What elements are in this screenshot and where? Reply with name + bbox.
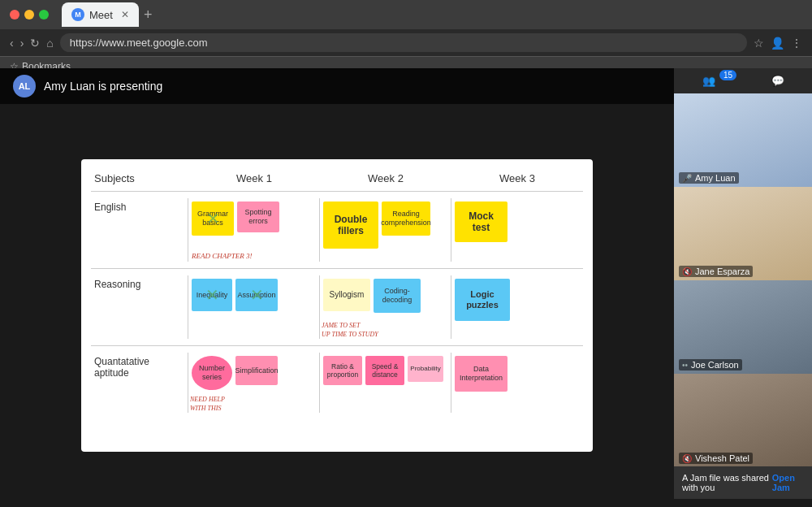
sticky-speed: Speed &distance <box>365 356 404 385</box>
whiteboard-header: Subjects Week 1 Week 2 Week 3 <box>91 169 583 188</box>
sticky-inequality: Inequality <box>192 279 232 311</box>
participant-videos: 🎤 Amy Luan 🔇 Jane Esparza <box>674 93 812 467</box>
row-label-reasoning: Reasoning <box>91 275 188 339</box>
annotation-study: JAME TO SETUP TIME TO STUDY <box>322 322 378 339</box>
table-row: Quantatative aptitude Numberseries Simpl… <box>91 346 583 419</box>
sticky-simplification: Simplification <box>235 356 278 385</box>
minimize-window-button[interactable] <box>24 10 34 20</box>
open-jam-button[interactable]: Open Jam <box>772 473 804 492</box>
home-button[interactable]: ⌂ <box>46 37 53 50</box>
traffic-lights <box>10 10 49 20</box>
jane-mic-indicator: 🔇 <box>682 267 692 276</box>
sticky-mock-test: Mocktest <box>455 202 508 242</box>
reasoning-week3: Logicpuzzles <box>451 275 583 339</box>
bookmark-star-icon[interactable]: ☆ <box>754 37 764 50</box>
address-bar: ‹ › ↻ ⌂ https://www.meet.google.com ☆ 👤 … <box>0 29 812 57</box>
url-bar[interactable]: https://www.meet.google.com <box>60 33 747 52</box>
participant-count: 15 <box>719 70 736 80</box>
col-week2: Week 2 <box>320 169 451 188</box>
sticky-syllogism: Syllogism <box>323 279 370 311</box>
row-label-english: English <box>91 198 188 262</box>
sticky-logic: Logicpuzzles <box>455 279 510 321</box>
jam-text: A Jam file was shared with you <box>682 473 772 492</box>
sidebar-tabs: 👥 15 💬 <box>674 68 812 93</box>
sticky-spotting: Spottingerrors <box>237 202 279 232</box>
sticky-reading: Readingcomprehension <box>382 202 430 236</box>
tab-close-button[interactable]: ✕ <box>121 9 129 20</box>
jane-name-label: 🔇 Jane Esparza <box>679 266 753 277</box>
sticky-number-series: Numberseries <box>192 356 232 390</box>
tab-bar: M Meet ✕ + <box>55 1 802 28</box>
video-tile-amy: 🎤 Amy Luan <box>674 93 812 187</box>
people-icon: 👥 <box>702 75 715 87</box>
jam-notification: A Jam file was shared with you Open Jam <box>674 466 812 499</box>
reasoning-week2: Syllogism Coding-decoding JAME TO SETUP … <box>320 275 451 339</box>
chat-tab[interactable]: 💬 <box>743 68 812 93</box>
english-week2: Doublefillers Readingcomprehension <box>320 198 451 262</box>
sticky-data-interp: DataInterpretation <box>455 356 508 392</box>
title-bar: M Meet ✕ + <box>0 0 812 29</box>
video-tile-vishesh: 🔇 Vishesh Patel <box>674 374 812 467</box>
profile-icon[interactable]: 👤 <box>771 37 784 50</box>
col-week1: Week 1 <box>188 169 320 188</box>
presentation-area: AL Amy Luan is presenting Subjects Week … <box>0 68 674 507</box>
row-label-quant: Quantatative aptitude <box>91 353 188 413</box>
joe-name-label: •• Joe Carlson <box>679 359 742 370</box>
annotation-help: NEED HELPWITH THIS <box>190 396 225 413</box>
english-week3: Mocktest <box>451 198 583 262</box>
whiteboard: Subjects Week 1 Week 2 Week 3 English Gr… <box>81 159 593 452</box>
tab-title: Meet <box>89 9 113 21</box>
reasoning-week1: Inequality Assumption <box>188 275 320 339</box>
vishesh-mic-indicator: 🔇 <box>682 454 692 463</box>
annotation-chapter: READ CHAPTER 3! <box>192 252 253 260</box>
sticky-double-fillers: Doublefillers <box>323 202 378 249</box>
presenter-bar: AL Amy Luan is presenting <box>0 68 674 104</box>
sticky-ratio: Ratio &proportion <box>323 356 362 385</box>
quant-week1: Numberseries Simplification NEED HELPWIT… <box>188 353 320 413</box>
sidebar: 👥 15 💬 🎤 Amy Luan <box>674 68 812 507</box>
whiteboard-body: English Grammarbasics Spottingerrors REA… <box>91 191 583 419</box>
participants-tab[interactable]: 👥 15 <box>674 68 743 93</box>
table-row: English Grammarbasics Spottingerrors REA… <box>91 192 583 269</box>
meet-favicon: M <box>71 8 84 21</box>
col-subjects: Subjects <box>91 169 188 188</box>
amy-mic-indicator: 🎤 <box>682 174 692 183</box>
url-text: https://www.meet.google.com <box>70 37 208 49</box>
browser-chrome: M Meet ✕ + ‹ › ↻ ⌂ https://www.meet.goog… <box>0 0 812 68</box>
close-window-button[interactable] <box>10 10 19 20</box>
sticky-probability: Probability <box>408 356 443 382</box>
new-tab-button[interactable]: + <box>144 6 153 24</box>
sticky-coding: Coding-decoding <box>374 279 421 313</box>
meet-tab[interactable]: M Meet ✕ <box>62 2 139 27</box>
chat-icon: 💬 <box>771 75 784 87</box>
meet-main: AL Amy Luan is presenting Subjects Week … <box>0 68 812 507</box>
quant-week3: DataInterpretation <box>451 353 583 413</box>
video-tile-joe: •• Joe Carlson <box>674 280 812 374</box>
back-button[interactable]: ‹ <box>10 37 14 50</box>
whiteboard-container: Subjects Week 1 Week 2 Week 3 English Gr… <box>0 104 674 507</box>
joe-mic-indicator: •• <box>682 361 688 370</box>
presenter-text: Amy Luan is presenting <box>44 80 162 93</box>
vishesh-name-label: 🔇 Vishesh Patel <box>679 453 753 464</box>
quant-week2: Ratio &proportion Speed &distance Probab… <box>320 353 451 413</box>
forward-button[interactable]: › <box>20 37 24 50</box>
table-row: Reasoning Inequality Assumption Syllogis… <box>91 269 583 346</box>
amy-name-label: 🎤 Amy Luan <box>679 172 739 184</box>
maximize-window-button[interactable] <box>39 10 49 20</box>
col-week3: Week 3 <box>451 169 583 188</box>
sticky-grammar: Grammarbasics <box>192 202 234 236</box>
english-week1: Grammarbasics Spottingerrors READ CHAPTE… <box>188 198 320 262</box>
video-tile-jane: 🔇 Jane Esparza <box>674 187 812 280</box>
presenter-avatar: AL <box>13 75 36 98</box>
reload-button[interactable]: ↻ <box>30 37 40 50</box>
sticky-assumption: Assumption <box>235 279 278 311</box>
menu-icon[interactable]: ⋮ <box>791 37 802 50</box>
